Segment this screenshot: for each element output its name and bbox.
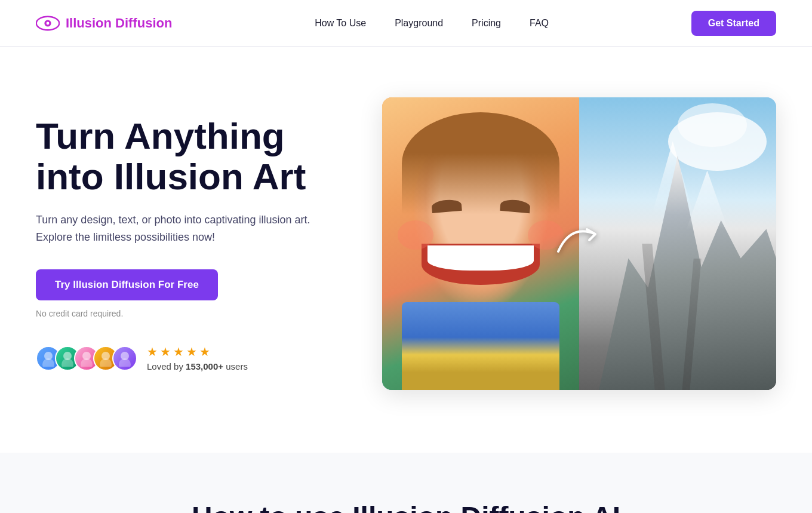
no-credit-card-text: No credit card required. <box>36 309 310 318</box>
svg-point-2 <box>47 21 50 24</box>
avatar-face-1 <box>40 350 57 367</box>
svg-point-8 <box>81 358 93 367</box>
loved-by-text: Loved by 153,000+ users <box>147 361 248 371</box>
star-rating: ★ ★ ★ ★ ★ <box>147 345 248 359</box>
nav-faq[interactable]: FAQ <box>530 18 549 29</box>
loved-suffix: users <box>226 361 248 371</box>
eye-icon <box>36 16 60 31</box>
get-started-button[interactable]: Get Started <box>691 11 776 36</box>
loved-prefix: Loved by <box>147 361 183 371</box>
avatar-face-2 <box>59 350 76 367</box>
star-5: ★ <box>199 345 210 359</box>
hero-image-after <box>579 97 776 390</box>
loved-count: 153,000+ <box>186 361 223 371</box>
hero-image-before <box>382 97 579 390</box>
avatar-face-4 <box>97 350 114 367</box>
nav-links: How To Use Playground Pricing FAQ <box>315 18 549 29</box>
hero-title: Turn Anything into Illusion Art <box>36 116 310 197</box>
svg-point-12 <box>119 358 131 367</box>
logo-link[interactable]: Illusion Diffusion <box>36 16 172 31</box>
star-1: ★ <box>147 345 158 359</box>
star-2: ★ <box>160 345 171 359</box>
hero-content: Turn Anything into Illusion Art Turn any… <box>36 116 310 372</box>
social-proof: ★ ★ ★ ★ ★ Loved by 153,000+ users <box>36 345 310 371</box>
svg-point-10 <box>100 358 112 367</box>
stars-section: ★ ★ ★ ★ ★ Loved by 153,000+ users <box>147 345 248 371</box>
avatar-5 <box>112 346 137 371</box>
nav-playground[interactable]: Playground <box>395 18 443 29</box>
hero-description: Turn any design, text, or photo into cap… <box>36 211 310 246</box>
avatar-face-5 <box>116 350 133 367</box>
star-3: ★ <box>173 345 184 359</box>
how-to-use-title: How to use Illusion Diffusion AI <box>36 500 776 513</box>
navbar: Illusion Diffusion How To Use Playground… <box>0 0 812 47</box>
svg-point-4 <box>42 358 54 367</box>
hero-title-line1: Turn Anything <box>36 115 285 156</box>
avatar-face-3 <box>78 350 95 367</box>
how-to-use-section: How to use Illusion Diffusion AI <box>0 453 812 513</box>
star-4: ★ <box>186 345 197 359</box>
user-avatars <box>36 346 137 371</box>
hero-section: Turn Anything into Illusion Art Turn any… <box>0 47 812 453</box>
hero-title-line2: into Illusion Art <box>36 156 306 197</box>
nav-pricing[interactable]: Pricing <box>472 18 501 29</box>
brand-name: Illusion Diffusion <box>66 16 172 31</box>
hero-cta-button[interactable]: Try Illusion Diffusion For Free <box>36 269 218 300</box>
hero-image-panel <box>382 97 776 390</box>
nav-how-to-use[interactable]: How To Use <box>315 18 366 29</box>
svg-point-6 <box>61 358 73 367</box>
